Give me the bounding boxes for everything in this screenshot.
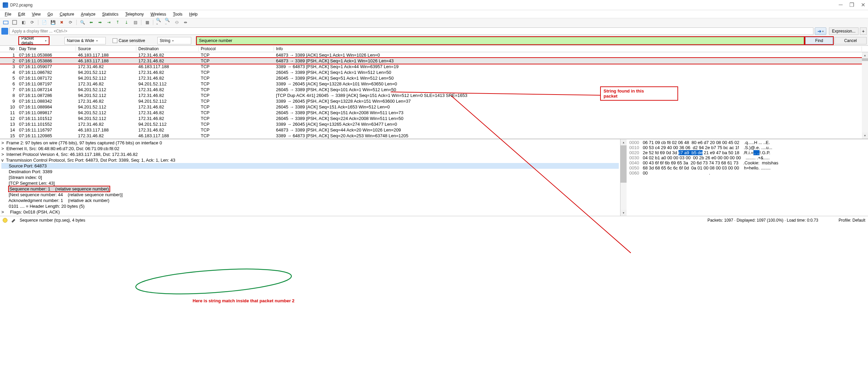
details-line[interactable]: Sequence number: 1 (relative sequence nu… — [1, 186, 619, 192]
toolbar-find-icon[interactable]: 🔍 — [79, 19, 85, 25]
details-line[interactable]: > Ethernet II, Src: 06:48:80:e6:d7:20, D… — [1, 146, 619, 151]
hex-line[interactable]: 0000 06 71 09 cb f8 02 06 48 80 e6 d7 20… — [629, 140, 865, 145]
menu-wireless[interactable]: Wireless — [147, 12, 170, 17]
toolbar-close-icon[interactable]: ✖ — [59, 19, 65, 25]
add-filter-button[interactable]: + — [860, 27, 867, 35]
window-minimize-button[interactable]: ─ — [839, 2, 843, 8]
hex-line[interactable]: 0020 2e 52 fd 69 0d 3d c7 a9 b5 de 21 e9… — [629, 150, 865, 155]
toolbar-resize-icon[interactable]: ⇹ — [182, 19, 189, 25]
details-line[interactable]: v Transmission Control Protocol, Src Por… — [1, 157, 619, 163]
column-destination[interactable]: Destination — [136, 46, 199, 51]
edit-preferences-icon[interactable] — [11, 218, 16, 223]
toolbar-last-icon[interactable]: ⤓ — [123, 19, 130, 25]
toolbar-colorize-icon[interactable]: ▦ — [144, 19, 150, 25]
details-line[interactable]: Acknowledgment number: 1 (relative ack n… — [1, 198, 619, 203]
cancel-button[interactable]: Cancel — [834, 37, 867, 44]
menu-view[interactable]: View — [28, 12, 44, 17]
toolbar-open-icon[interactable] — [3, 19, 9, 25]
hex-line[interactable]: 0010 00 53 c4 29 40 00 36 06 d2 94 2e b7… — [629, 145, 865, 150]
packet-row[interactable]: 407:16:11.08678294.201.52.112172.31.46.8… — [0, 69, 862, 75]
annotation-ellipse — [132, 267, 295, 297]
hex-line[interactable]: 0040 00 43 6f 6f 6b 69 65 3a 20 6d 73 74… — [629, 160, 865, 165]
details-line[interactable]: 0101 .... = Header Length: 20 bytes (5) — [1, 203, 619, 209]
toolbar-file-icon[interactable]: 📄 — [41, 19, 47, 25]
search-charset-combo[interactable]: Narrow & Wide — [64, 37, 106, 44]
toolbar-zoom1-icon[interactable]: ⦵ — [174, 19, 180, 25]
details-line[interactable]: Source Port: 64873 — [1, 163, 619, 169]
search-type-combo[interactable]: String — [157, 37, 191, 44]
toolbar-first-icon[interactable]: ⤒ — [115, 19, 121, 25]
toolbar-zoomout-icon[interactable]: 🔍⁻ — [165, 19, 171, 25]
details-line[interactable]: Destination Port: 3389 — [1, 169, 619, 175]
expert-info-icon[interactable] — [3, 218, 7, 223]
menu-telephony[interactable]: Telephony — [122, 12, 147, 17]
menu-analyze[interactable]: Analyze — [78, 12, 99, 17]
packet-row[interactable]: 1207:16:11.10151294.201.52.112172.31.46.… — [0, 116, 862, 121]
menu-file[interactable]: File — [1, 12, 15, 17]
packet-row[interactable]: 107:16:11.05388646.183.117.188172.31.46.… — [0, 52, 862, 58]
search-input[interactable]: Sequence number — [197, 37, 804, 44]
toolbar-back-icon[interactable]: ⬅ — [88, 19, 94, 25]
toolbar-stop-icon[interactable]: ◧ — [20, 19, 26, 25]
details-line[interactable]: > Frame 2: 97 bytes on wire (776 bits), … — [1, 140, 619, 146]
hex-dump-pane[interactable]: 0000 06 71 09 cb f8 02 06 48 80 e6 d7 20… — [627, 139, 868, 216]
packet-row[interactable]: 1107:16:11.08981794.201.52.112172.31.46.… — [0, 110, 862, 116]
hex-line[interactable]: 0030 04 02 b1 a0 00 00 03 00 00 2b 26 e0… — [629, 155, 865, 160]
column-no[interactable]: No — [0, 46, 17, 51]
packet-row[interactable]: 207:16:11.05388646.183.117.188172.31.46.… — [0, 58, 862, 64]
window-maximize-button[interactable]: ❐ — [849, 2, 854, 8]
display-filter-input[interactable] — [9, 27, 813, 35]
find-button[interactable]: Find — [805, 37, 833, 44]
hex-line[interactable]: 0050 68 3d 68 65 6c 6c 6f 0d 0a 01 00 08… — [629, 165, 865, 170]
svg-point-2 — [135, 267, 292, 297]
packet-row[interactable]: 707:16:11.08721494.201.52.112172.31.46.8… — [0, 87, 862, 93]
toolbar-jump-icon[interactable]: ⇥ — [106, 19, 112, 25]
window-close-button[interactable]: ✕ — [861, 2, 865, 8]
menu-tools[interactable]: Tools — [170, 12, 186, 17]
expression-button[interactable]: Expression... — [829, 27, 859, 35]
packet-row[interactable]: 1007:16:11.08898494.201.52.112172.31.46.… — [0, 104, 862, 110]
packet-row[interactable]: 1507:16:11.120985172.31.46.8246.183.117.… — [0, 133, 862, 139]
packet-row[interactable]: 507:16:11.08717294.201.52.112172.31.46.8… — [0, 75, 862, 81]
details-line[interactable]: [TCP Segment Len: 43] — [1, 180, 619, 186]
toolbar-reload-icon[interactable]: ⟳ — [67, 19, 74, 25]
menu-go[interactable]: Go — [44, 12, 56, 17]
details-line[interactable]: > Internet Protocol Version 4, Src: 46.1… — [1, 151, 619, 157]
toolbar-auto-icon[interactable]: ▤ — [132, 19, 138, 25]
packet-row[interactable]: 1307:16:11.101552172.31.46.8294.201.52.1… — [0, 121, 862, 127]
toolbar-restart-icon[interactable]: ⟳ — [29, 19, 35, 25]
packet-list-header[interactable]: No Day Time Source Destination Protocol … — [0, 45, 868, 52]
packet-list-scrollbar[interactable]: ▲ ▼ — [862, 52, 868, 139]
details-scrollbar[interactable]: ▲ ▼ — [620, 139, 627, 216]
toolbar-zoomin-icon[interactable]: 🔍⁺ — [156, 19, 162, 25]
column-source[interactable]: Source — [76, 46, 136, 51]
bookmark-filter-icon[interactable] — [1, 28, 8, 35]
toolbar-save2-icon[interactable]: 💾 — [50, 19, 56, 25]
packet-row[interactable]: 307:16:11.059077172.31.46.8246.183.117.1… — [0, 64, 862, 69]
column-info[interactable]: Info — [274, 46, 862, 51]
search-scope-combo[interactable]: Packet details — [19, 37, 49, 44]
details-line[interactable]: [Stream index: 0] — [1, 175, 619, 180]
packet-row[interactable]: 1407:16:11.11679746.183.117.188172.31.46… — [0, 127, 862, 133]
filter-apply-button[interactable]: ➔ — [815, 27, 826, 35]
details-line[interactable]: > Flags: 0x018 (PSH, ACK) — [1, 209, 619, 215]
svg-rect-0 — [3, 21, 8, 24]
toolbar-forward-icon[interactable]: ➡ — [97, 19, 103, 25]
packet-row[interactable]: 807:16:11.08728694.201.52.112172.31.46.8… — [0, 93, 862, 98]
toolbar-save-icon[interactable] — [12, 19, 18, 25]
menu-help[interactable]: Help — [186, 12, 201, 17]
details-line[interactable]: [Next sequence number: 44 (relative sequ… — [1, 192, 619, 198]
column-protocol[interactable]: Protocol — [199, 46, 274, 51]
packet-details-pane[interactable]: > Frame 2: 97 bytes on wire (776 bits), … — [0, 139, 620, 216]
case-sensitive-checkbox[interactable]: Case sensitive — [113, 38, 145, 43]
menu-edit[interactable]: Edit — [15, 12, 28, 17]
packet-row[interactable]: 907:16:11.088342172.31.46.8294.201.52.11… — [0, 98, 862, 104]
menu-capture[interactable]: Capture — [56, 12, 78, 17]
menubar[interactable]: FileEditViewGoCaptureAnalyzeStatisticsTe… — [0, 10, 868, 18]
hex-line[interactable]: 0060 00 . — [629, 170, 865, 176]
packet-row[interactable]: 607:16:11.087197172.31.46.8294.201.52.11… — [0, 81, 862, 87]
svg-rect-1 — [13, 20, 17, 24]
column-time[interactable]: Day Time — [17, 46, 76, 51]
status-profile[interactable]: Profile: Default — [839, 218, 865, 223]
menu-statistics[interactable]: Statistics — [99, 12, 122, 17]
